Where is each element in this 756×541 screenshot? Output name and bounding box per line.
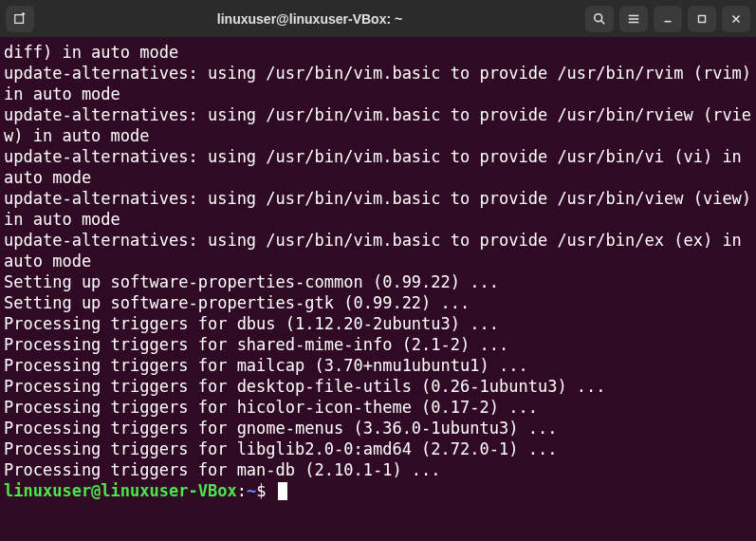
terminal-line: Processing triggers for gnome-menus (3.3… — [4, 418, 752, 438]
prompt-user-host: linuxuser@linuxuser-VBox — [4, 480, 237, 501]
close-button[interactable] — [722, 6, 750, 32]
search-button[interactable] — [585, 6, 614, 32]
terminal-line: Processing triggers for hicolor-icon-the… — [4, 397, 752, 418]
prompt-colon: : — [237, 480, 247, 501]
terminal-area[interactable]: diff) in auto modeupdate-alternatives: u… — [0, 38, 756, 541]
terminal-line: Setting up software-properties-gtk (0.99… — [4, 292, 752, 313]
close-icon — [729, 12, 743, 26]
titlebar-right — [585, 6, 750, 32]
terminal-line: update-alternatives: using /usr/bin/vim.… — [4, 188, 752, 230]
terminal-line: Setting up software-properties-common (0… — [4, 271, 752, 292]
terminal-output: diff) in auto modeupdate-alternatives: u… — [4, 42, 752, 480]
maximize-button[interactable] — [688, 6, 716, 32]
new-tab-button[interactable] — [6, 6, 34, 32]
menu-button[interactable] — [619, 6, 648, 32]
cursor — [278, 482, 287, 500]
prompt-path: ~ — [247, 480, 256, 501]
terminal-line: Processing triggers for libglib2.0-0:amd… — [4, 438, 752, 459]
prompt-symbol: $ — [256, 480, 276, 501]
terminal-line: update-alternatives: using /usr/bin/vim.… — [4, 230, 752, 271]
terminal-line: Processing triggers for desktop-file-uti… — [4, 376, 752, 397]
titlebar-left — [6, 6, 34, 32]
minimize-button[interactable] — [654, 6, 682, 32]
terminal-line: update-alternatives: using /usr/bin/vim.… — [4, 63, 752, 104]
hamburger-icon — [627, 12, 640, 26]
minimize-icon — [661, 12, 674, 26]
window-title: linuxuser@linuxuser-VBox: ~ — [34, 11, 585, 27]
svg-rect-9 — [699, 15, 706, 22]
search-icon — [593, 12, 606, 26]
terminal-line: Processing triggers for shared-mime-info… — [4, 334, 752, 355]
terminal-line: Processing triggers for mailcap (3.70+nm… — [4, 355, 752, 376]
new-tab-icon — [13, 12, 27, 26]
maximize-icon — [695, 12, 709, 26]
terminal-line: diff) in auto mode — [4, 42, 752, 63]
terminal-line: Processing triggers for man-db (2.10.1-1… — [4, 459, 752, 480]
terminal-line: update-alternatives: using /usr/bin/vim.… — [4, 146, 752, 188]
window-titlebar: linuxuser@linuxuser-VBox: ~ — [0, 0, 756, 38]
terminal-line: Processing triggers for dbus (1.12.20-2u… — [4, 313, 752, 334]
terminal-prompt: linuxuser@linuxuser-VBox:~$ — [4, 480, 752, 501]
svg-rect-0 — [15, 14, 24, 23]
svg-line-4 — [601, 20, 605, 24]
terminal-line: update-alternatives: using /usr/bin/vim.… — [4, 104, 752, 146]
svg-point-3 — [595, 13, 602, 21]
